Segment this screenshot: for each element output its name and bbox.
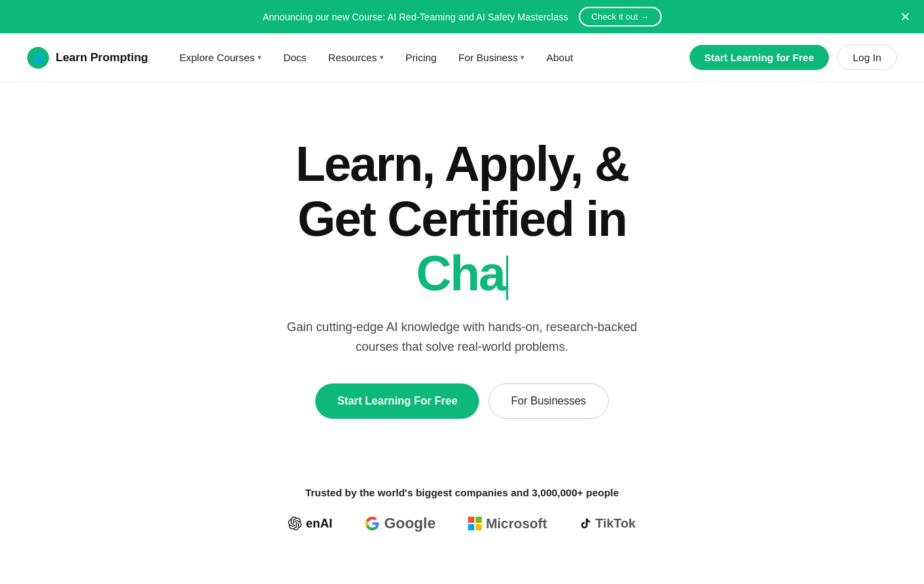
- banner-text: Announcing our new Course: AI Red-Teamin…: [262, 12, 568, 22]
- trust-text: Trusted by the world's biggest companies…: [305, 487, 619, 498]
- logo-text: Learn Prompting: [56, 51, 148, 65]
- hero-section: Learn, Apply, & Get Certified in Cha Gai…: [0, 82, 924, 460]
- nav-docs[interactable]: Docs: [274, 46, 316, 69]
- nav-actions: Start Learning for Free Log In: [690, 45, 897, 70]
- logo[interactable]: 🌐 Learn Prompting: [27, 47, 148, 69]
- nav-for-business[interactable]: For Business ▾: [449, 46, 535, 69]
- hero-buttons: Start Learning For Free For Businesses: [315, 383, 608, 419]
- nav-pricing[interactable]: Pricing: [396, 46, 446, 69]
- openai-logo: enAI: [288, 517, 332, 531]
- trust-logos: enAI Google Microsoft TikTok: [288, 515, 635, 532]
- hero-start-free-button[interactable]: Start Learning For Free: [315, 383, 479, 419]
- announcement-banner: Announcing our new Course: AI Red-Teamin…: [0, 0, 924, 33]
- logo-icon: 🌐: [27, 47, 49, 69]
- nav-resources[interactable]: Resources ▾: [319, 46, 393, 69]
- nav-links: Explore Courses ▾ Docs Resources ▾ Prici…: [170, 46, 668, 69]
- google-logo: Google: [365, 515, 436, 532]
- hero-businesses-button[interactable]: For Businesses: [488, 383, 608, 419]
- chevron-down-icon: ▾: [257, 53, 262, 62]
- microsoft-logo: Microsoft: [468, 516, 547, 532]
- chevron-down-icon: ▾: [520, 53, 525, 62]
- hero-title-colored: Cha: [416, 246, 508, 300]
- nav-start-free-button[interactable]: Start Learning for Free: [690, 45, 830, 70]
- nav-login-button[interactable]: Log In: [837, 45, 897, 70]
- cursor: [506, 256, 508, 300]
- banner-cta-button[interactable]: Check it out →: [579, 7, 661, 27]
- navbar: 🌐 Learn Prompting Explore Courses ▾ Docs…: [0, 33, 924, 82]
- chevron-down-icon: ▾: [380, 53, 384, 62]
- nav-explore-courses[interactable]: Explore Courses ▾: [170, 46, 271, 69]
- tiktok-logo: TikTok: [580, 516, 635, 531]
- trust-section: Trusted by the world's biggest companies…: [0, 460, 924, 573]
- banner-close-button[interactable]: ✕: [900, 11, 910, 23]
- microsoft-icon: [468, 517, 482, 530]
- hero-subtitle: Gain cutting-edge AI knowledge with hand…: [287, 317, 637, 357]
- hero-title: Learn, Apply, & Get Certified in Cha: [296, 137, 628, 301]
- nav-about[interactable]: About: [537, 46, 582, 69]
